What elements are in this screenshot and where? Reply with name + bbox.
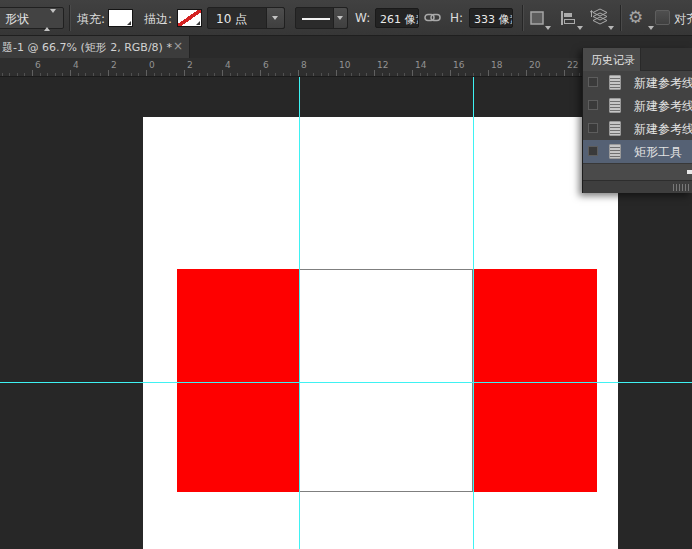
ruler-minor-tick	[480, 73, 481, 76]
history-state-icon	[609, 98, 621, 113]
ruler-minor-tick	[40, 73, 41, 76]
history-source-checkbox[interactable]	[588, 123, 598, 133]
ruler-number: 2	[111, 60, 117, 70]
ruler-major-tick	[146, 70, 147, 76]
ruler-major-tick	[450, 70, 451, 76]
ruler-minor-tick	[427, 73, 428, 76]
fill-label: 填充:	[77, 11, 105, 28]
ruler-minor-tick	[252, 73, 253, 76]
ruler-number: 10	[339, 60, 350, 70]
ruler-minor-tick	[351, 73, 352, 76]
ruler-number: 14	[415, 60, 426, 70]
ruler-minor-tick	[176, 73, 177, 76]
shape-width-input[interactable]: 261 像素	[375, 8, 419, 28]
ruler-number: 4	[73, 60, 79, 70]
stroke-swatch[interactable]	[177, 9, 202, 27]
document-tab[interactable]: 题-1 @ 66.7% (矩形 2, RGB/8) * ×	[0, 36, 190, 58]
separator	[620, 5, 621, 31]
ruler-minor-tick	[518, 73, 519, 76]
ruler-minor-tick	[214, 73, 215, 76]
history-panel-grip[interactable]	[583, 180, 692, 193]
history-panel-tab[interactable]: 历史记录	[583, 48, 641, 71]
active-rectangle-path[interactable]	[299, 269, 473, 492]
vertical-guide[interactable]	[299, 77, 300, 549]
ruler-major-tick	[526, 70, 527, 76]
ruler-minor-tick	[397, 73, 398, 76]
ruler-minor-tick	[389, 73, 390, 76]
red-rectangle-left[interactable]	[177, 269, 299, 492]
ruler-minor-tick	[435, 73, 436, 76]
history-source-checkbox[interactable]	[588, 77, 598, 87]
shape-height-input[interactable]: 333 像素	[469, 8, 513, 28]
ruler-number: 18	[491, 60, 502, 70]
history-item-label: 新建参考线	[634, 121, 692, 138]
ruler-minor-tick	[161, 73, 162, 76]
fill-swatch[interactable]	[108, 9, 133, 27]
ruler-number: 6	[35, 60, 41, 70]
resize-grip-icon	[673, 184, 691, 191]
ruler-minor-tick	[366, 73, 367, 76]
stroke-type-preview	[302, 18, 330, 20]
ruler-minor-tick	[549, 73, 550, 76]
history-panel: 历史记录 新建参考线 新建参考线 新建参考线 矩形工具	[582, 48, 692, 193]
history-item-label: 矩形工具	[634, 144, 682, 161]
ruler-minor-tick	[572, 73, 573, 76]
horizontal-guide[interactable]	[0, 382, 692, 383]
ruler-number: 8	[301, 60, 307, 70]
ruler-major-tick	[32, 70, 33, 76]
ruler-minor-tick	[245, 73, 246, 76]
ruler-number: 0	[149, 60, 155, 70]
height-label: H:	[450, 11, 463, 25]
gear-icon[interactable]: ⚙	[628, 9, 643, 26]
ruler-minor-tick	[556, 73, 557, 76]
path-alignment-icon[interactable]	[560, 10, 576, 29]
dropdown-arrow-icon	[608, 26, 614, 30]
ruler-minor-tick	[85, 73, 86, 76]
ruler-minor-tick	[55, 73, 56, 76]
vertical-guide[interactable]	[473, 77, 474, 549]
history-source-checkbox[interactable]	[588, 146, 598, 156]
history-item[interactable]: 新建参考线	[583, 94, 692, 117]
ruler-major-tick	[488, 70, 489, 76]
ruler-minor-tick	[579, 73, 580, 76]
history-source-checkbox[interactable]	[588, 100, 598, 110]
align-edges-label: 对齐边缘	[674, 11, 692, 28]
ruler-minor-tick	[207, 73, 208, 76]
ruler-minor-tick	[503, 73, 504, 76]
ruler-major-tick	[336, 70, 337, 76]
path-arrangement-icon[interactable]	[590, 8, 609, 30]
ruler-minor-tick	[123, 73, 124, 76]
align-edges-checkbox[interactable]	[655, 10, 670, 25]
swatch-corner-icon	[196, 21, 200, 25]
ruler-minor-tick	[283, 73, 284, 76]
tool-options-bar: 形状 填充: 描边: 10 点 W: 261 像素 H: 333 像素	[0, 0, 692, 36]
red-rectangle-right[interactable]	[473, 269, 597, 492]
ruler-minor-tick	[199, 73, 200, 76]
ruler-minor-tick	[131, 73, 132, 76]
history-item-label: 新建参考线	[634, 75, 692, 92]
stroke-type-combo[interactable]	[295, 7, 348, 29]
dropdown-arrow-icon[interactable]	[266, 8, 284, 28]
history-item[interactable]: 新建参考线	[583, 117, 692, 140]
separator	[69, 5, 70, 31]
ruler-minor-tick	[154, 73, 155, 76]
link-dimensions-icon[interactable]	[424, 11, 441, 27]
width-label: W:	[355, 11, 370, 25]
panel-button-fragment-icon[interactable]	[687, 170, 692, 174]
document-tab-title: 题-1 @ 66.7% (矩形 2, RGB/8) *	[2, 41, 172, 54]
ruler-number: 22	[567, 60, 578, 70]
dropdown-arrow-icon[interactable]	[333, 8, 347, 28]
ruler-minor-tick	[465, 73, 466, 76]
ruler-minor-tick	[138, 73, 139, 76]
history-panel-footer	[583, 163, 692, 180]
stroke-width-combo[interactable]: 10 点	[207, 7, 285, 29]
ruler-minor-tick	[420, 73, 421, 76]
ruler-minor-tick	[275, 73, 276, 76]
history-item[interactable]: 新建参考线	[583, 71, 692, 94]
history-item-label: 新建参考线	[634, 98, 692, 115]
history-item-selected[interactable]: 矩形工具	[583, 140, 692, 163]
close-icon[interactable]: ×	[173, 39, 183, 53]
updown-arrows-icon	[44, 13, 56, 27]
tool-mode-select[interactable]: 形状	[0, 7, 64, 29]
path-operations-icon[interactable]	[529, 10, 545, 29]
